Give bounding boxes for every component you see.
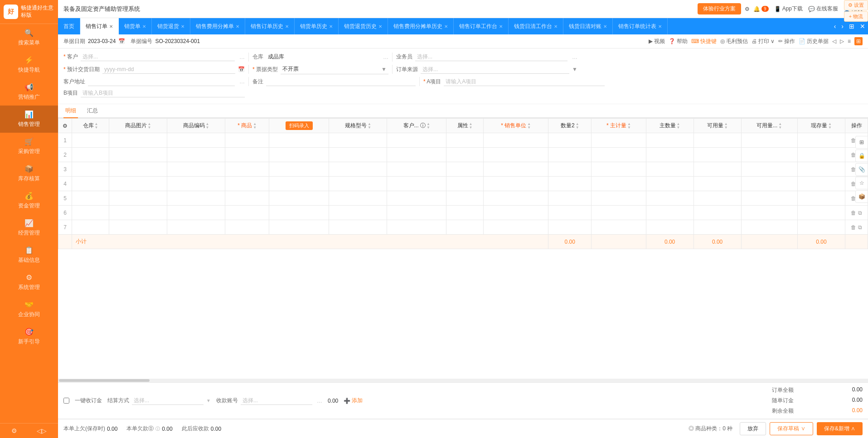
history-btn[interactable]: 📄 历史单据	[799, 38, 829, 45]
sidebar-item-purchase[interactable]: 🛒 采购管理	[0, 133, 58, 160]
notification-btn[interactable]: 🔔 9	[753, 6, 769, 12]
tab-sales-invoice-history[interactable]: 销货单历史 ✕	[295, 18, 339, 34]
operation-btn[interactable]: ✏ 操作	[778, 38, 795, 45]
tab-close-order-workbench[interactable]: ✕	[499, 24, 503, 29]
cell-available-6[interactable]	[693, 206, 741, 220]
nav-left-btn[interactable]: ◁	[832, 38, 836, 44]
tab-sales-order[interactable]: 销售订单 ✕	[80, 18, 119, 34]
print-btn[interactable]: 🖨 打印 ∨	[752, 38, 775, 45]
cell-qty2-7[interactable]	[548, 220, 592, 235]
save-draft-btn[interactable]: 保存草稿 ∨	[770, 422, 813, 435]
cell-stock-1[interactable]	[797, 133, 845, 148]
cell-available2-6[interactable]	[741, 206, 797, 220]
cell-attribute-1[interactable]	[446, 133, 483, 148]
preview-btn[interactable]: ▶ 视频	[649, 38, 665, 45]
tab-order-stats[interactable]: 销售订单统计表 ✕	[613, 18, 668, 34]
cell-main-qty-5[interactable]	[646, 191, 693, 206]
tab-close-cash-workbench[interactable]: ✕	[554, 24, 558, 29]
tab-summary[interactable]: 汇总	[85, 104, 100, 118]
warehouse-more-btn[interactable]: …	[383, 54, 388, 60]
cell-code-2[interactable]	[167, 148, 225, 162]
cell-customer-code-6[interactable]	[387, 206, 446, 220]
cell-main-qty-1[interactable]	[646, 133, 693, 148]
cell-main-qty-2[interactable]	[646, 148, 693, 162]
tab-sales-invoice[interactable]: 销货单 ✕	[119, 18, 152, 34]
cell-stock-5[interactable]	[797, 191, 845, 206]
cell-main-unit-6[interactable]	[592, 206, 646, 220]
cell-qty2-4[interactable]	[548, 177, 592, 191]
sidebar-item-collab[interactable]: 🤝 企业协同	[0, 296, 58, 323]
cell-goods-7[interactable]	[225, 220, 269, 235]
tab-sales-order-history[interactable]: 销售订单历史 ✕	[245, 18, 295, 34]
cell-customer-code-7[interactable]	[387, 220, 446, 235]
cell-warehouse-4[interactable]	[72, 177, 109, 191]
tab-sales-return[interactable]: 销货退货 ✕	[152, 18, 190, 34]
cell-spec-2[interactable]	[329, 148, 387, 162]
account-input[interactable]	[241, 396, 312, 405]
sidebar-item-system[interactable]: ⚙ 系统管理	[0, 269, 58, 296]
float-btn-2[interactable]: 🔒	[855, 149, 868, 162]
tab-sales-cost[interactable]: 销售费用分摊单 ✕	[190, 18, 245, 34]
cell-qty2-1[interactable]	[548, 133, 592, 148]
grid-view-btn[interactable]: ⊞	[854, 37, 863, 45]
cell-attribute-7[interactable]	[446, 220, 483, 235]
info-icon-stat[interactable]: ⓘ	[155, 426, 160, 432]
nav-right-btn[interactable]: ▷	[840, 38, 844, 44]
payment-method-arrow[interactable]: ▼	[206, 398, 211, 403]
tab-order-workbench[interactable]: 销售订单工作台 ✕	[454, 18, 509, 34]
online-service-btn[interactable]: 💬 在线客服	[808, 5, 838, 13]
cell-main-qty-3[interactable]	[646, 162, 693, 177]
address-input[interactable]	[88, 77, 235, 86]
cell-image-1[interactable]	[109, 133, 167, 148]
settings-gear[interactable]: ⚙	[745, 6, 750, 12]
cell-goods-6[interactable]	[225, 206, 269, 220]
cell-available2-2[interactable]	[741, 148, 797, 162]
cell-main-qty-4[interactable]	[646, 177, 693, 191]
cell-scan-6[interactable]	[269, 206, 329, 220]
sidebar-item-quicknav[interactable]: ⚡ 快捷导航	[0, 51, 58, 78]
cell-spec-3[interactable]	[329, 162, 387, 177]
cell-main-unit-5[interactable]	[592, 191, 646, 206]
cell-available2-4[interactable]	[741, 177, 797, 191]
sidebar-item-sales[interactable]: 📊 销售管理	[0, 106, 58, 133]
cell-main-unit-4[interactable]	[592, 177, 646, 191]
cell-unit-5[interactable]	[484, 191, 548, 206]
cell-attribute-6[interactable]	[446, 206, 483, 220]
cell-goods-2[interactable]	[225, 148, 269, 162]
cell-code-1[interactable]	[167, 133, 225, 148]
scroll-thumb[interactable]	[59, 379, 150, 382]
delete-row-7-btn[interactable]: 🗑	[851, 224, 856, 231]
scan-button[interactable]: 扫码录入	[286, 121, 313, 130]
sidebar-item-search[interactable]: 🔍 搜索菜单	[0, 24, 58, 51]
sidebar-item-operations[interactable]: 📈 经营管理	[0, 214, 58, 241]
cell-goods-5[interactable]	[225, 191, 269, 206]
sidebar-item-finance[interactable]: 💰 资金管理	[0, 187, 58, 214]
cell-code-6[interactable]	[167, 206, 225, 220]
sidebar-item-basic-info[interactable]: 📋 基础信息	[0, 241, 58, 269]
cell-code-5[interactable]	[167, 191, 225, 206]
tab-detail[interactable]: 明细	[63, 104, 78, 118]
cell-warehouse-1[interactable]	[72, 133, 109, 148]
cell-unit-1[interactable]	[484, 133, 548, 148]
tab-more-btn[interactable]: ⊞	[846, 23, 857, 30]
cell-main-unit-2[interactable]	[592, 148, 646, 162]
calendar-icon[interactable]: 📅	[118, 38, 125, 44]
tab-close-sales-invoice-history[interactable]: ✕	[329, 24, 333, 29]
delivery-calendar-icon[interactable]: 📅	[238, 66, 245, 72]
order-source-input[interactable]	[421, 65, 569, 74]
cell-scan-1[interactable]	[269, 133, 329, 148]
cell-unit-3[interactable]	[484, 162, 548, 177]
tab-close-sales-cost[interactable]: ✕	[236, 24, 239, 29]
help-btn[interactable]: ❓ 帮助	[669, 38, 688, 45]
cell-main-qty-6[interactable]	[646, 206, 693, 220]
cell-qty2-5[interactable]	[548, 191, 592, 206]
cell-unit-2[interactable]	[484, 148, 548, 162]
b-project-input[interactable]	[81, 89, 245, 97]
cell-goods-4[interactable]	[225, 177, 269, 191]
cell-unit-7[interactable]	[484, 220, 548, 235]
cell-main-unit-7[interactable]	[592, 220, 646, 235]
cell-image-5[interactable]	[109, 191, 167, 206]
cell-code-3[interactable]	[167, 162, 225, 177]
cell-customer-code-1[interactable]	[387, 133, 446, 148]
cell-warehouse-3[interactable]	[72, 162, 109, 177]
